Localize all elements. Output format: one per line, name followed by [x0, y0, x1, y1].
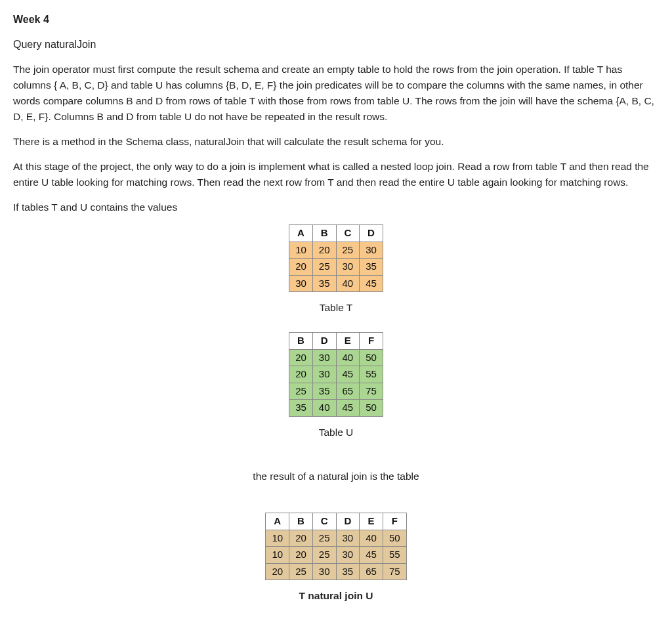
table-cell: 65 [360, 563, 383, 580]
table-row: 20 30 45 55 [289, 366, 383, 383]
table-cell: 40 [360, 530, 383, 547]
table-row: 25 35 65 75 [289, 383, 383, 400]
table-cell: 50 [383, 530, 406, 547]
week-heading: Week 4 [13, 12, 659, 28]
table-cell: 55 [360, 366, 383, 383]
table-cell: 35 [312, 383, 336, 400]
table-header-row: A B C D E F [266, 513, 406, 530]
table-header-cell: F [383, 513, 406, 530]
table-cell: 10 [266, 530, 289, 547]
paragraph-2: There is a method in the Schema class, n… [13, 134, 659, 150]
table-cell: 40 [336, 349, 360, 366]
table-cell: 50 [360, 400, 383, 417]
table-header-cell: D [336, 513, 360, 530]
table-cell: 35 [336, 563, 360, 580]
table-row: 10 20 25 30 [289, 242, 383, 259]
table-cell: 10 [289, 242, 313, 259]
result-intro: the result of a natural join is the tabl… [253, 469, 419, 484]
table-header-cell: A [289, 225, 313, 242]
table-cell: 25 [312, 530, 336, 547]
table-cell: 30 [336, 530, 360, 547]
table-cell: 30 [336, 259, 360, 276]
table-header-cell: D [360, 225, 383, 242]
table-cell: 10 [266, 547, 289, 564]
table-cell: 45 [360, 275, 383, 292]
table-cell: 40 [336, 275, 360, 292]
table-cell: 45 [336, 400, 360, 417]
table-header-cell: A [266, 513, 289, 530]
subheading-query: Query naturalJoin [13, 37, 659, 53]
table-cell: 65 [336, 383, 360, 400]
table-cell: 45 [336, 366, 360, 383]
table-header-cell: B [312, 225, 336, 242]
table-cell: 40 [312, 400, 336, 417]
table-cell: 20 [289, 259, 313, 276]
table-row: 20 25 30 35 [289, 259, 383, 276]
table-cell: 20 [289, 349, 313, 366]
table-row: 30 35 40 45 [289, 275, 383, 292]
table-header-cell: F [360, 333, 383, 350]
table-cell: 20 [312, 242, 336, 259]
table-cell: 35 [289, 400, 313, 417]
table-row: 35 40 45 50 [289, 400, 383, 417]
table-header-cell: C [336, 225, 360, 242]
table-u: B D E F 20 30 40 50 20 30 45 55 25 35 [289, 332, 383, 417]
paragraph-4: If tables T and U contains the values [13, 200, 659, 215]
paragraph-3: At this stage of the project, the only w… [13, 159, 659, 190]
table-cell: 35 [312, 275, 336, 292]
table-cell: 30 [312, 349, 336, 366]
table-header-cell: B [289, 513, 313, 530]
table-u-caption: Table U [319, 425, 354, 440]
table-cell: 30 [312, 366, 336, 383]
table-cell: 50 [360, 349, 383, 366]
paragraph-1: The join operator must first compute the… [13, 62, 659, 125]
table-cell: 25 [289, 383, 313, 400]
table-header-row: A B C D [289, 225, 383, 242]
table-t: A B C D 10 20 25 30 20 25 30 35 30 35 [289, 224, 383, 292]
table-cell: 25 [312, 547, 336, 564]
table-row: 10 20 25 30 40 50 [266, 530, 406, 547]
table-result: A B C D E F 10 20 25 30 40 50 10 20 25 3… [265, 513, 406, 580]
table-cell: 30 [360, 242, 383, 259]
table-header-row: B D E F [289, 333, 383, 350]
table-cell: 20 [266, 563, 289, 580]
table-cell: 20 [289, 547, 313, 564]
table-header-cell: E [360, 513, 383, 530]
table-row: 20 30 40 50 [289, 349, 383, 366]
table-row: 10 20 25 30 45 55 [266, 547, 406, 564]
table-cell: 35 [360, 259, 383, 276]
table-cell: 20 [289, 530, 313, 547]
table-header-cell: B [289, 333, 313, 350]
table-cell: 30 [312, 563, 336, 580]
table-header-cell: E [336, 333, 360, 350]
table-cell: 30 [289, 275, 313, 292]
table-row: 20 25 30 35 65 75 [266, 563, 406, 580]
table-cell: 20 [289, 366, 313, 383]
table-cell: 30 [336, 547, 360, 564]
table-cell: 55 [383, 547, 406, 564]
table-cell: 25 [312, 259, 336, 276]
table-cell: 25 [336, 242, 360, 259]
table-cell: 75 [383, 563, 406, 580]
table-header-cell: D [312, 333, 336, 350]
table-cell: 45 [360, 547, 383, 564]
table-header-cell: C [312, 513, 336, 530]
table-result-caption: T natural join U [299, 588, 373, 603]
table-cell: 25 [289, 563, 313, 580]
table-t-caption: Table T [320, 300, 353, 315]
table-cell: 75 [360, 383, 383, 400]
